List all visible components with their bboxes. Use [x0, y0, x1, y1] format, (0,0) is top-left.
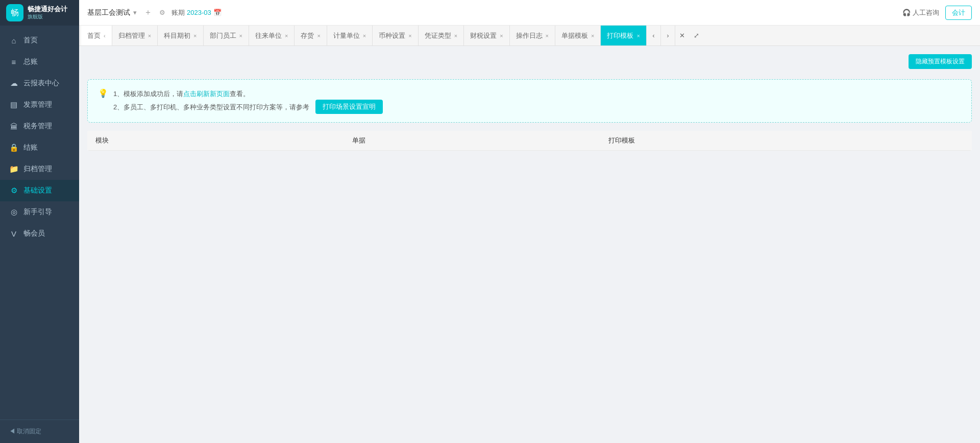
notice-line2: 2、多员工、多打印机、多种业务类型设置不同打印方案等，请参考 打印场景设置宣明 — [113, 100, 383, 114]
tab-print-template-close[interactable]: × — [636, 33, 640, 39]
archive-icon: 📁 — [9, 165, 18, 174]
sidebar-item-label: 结账 — [23, 143, 38, 152]
sidebar-item-invoice[interactable]: ▤ 发票管理 — [0, 94, 79, 115]
tab-subjects[interactable]: 科目期初 × — [158, 26, 203, 46]
tab-unit-close[interactable]: × — [363, 33, 366, 39]
notice-line1: 1、模板添加成功后，请点击刷新新页面查看。 — [113, 88, 383, 100]
sidebar-item-label: 总账 — [23, 57, 38, 66]
tab-currency[interactable]: 币种设置 × — [373, 26, 418, 46]
tab-department-close[interactable]: × — [239, 33, 242, 39]
tab-archive[interactable]: 归档管理 × — [112, 26, 158, 46]
sidebar-item-label: 发票管理 — [23, 100, 52, 109]
period-label: 账期 — [172, 8, 185, 17]
tax-icon: 🏛 — [9, 122, 18, 131]
tab-print-template[interactable]: 打印模板 × — [601, 26, 646, 46]
cloud-icon: ☁ — [9, 79, 18, 88]
col-form: 单据 — [344, 131, 601, 151]
tab-currency-close[interactable]: × — [408, 33, 411, 39]
content-area: 隐藏预置模板设置 💡 1、模板添加成功后，请点击刷新新页面查看。 2、多员工、多… — [79, 46, 980, 443]
tab-unit[interactable]: 计量单位 × — [327, 26, 373, 46]
sidebar-item-label: 云报表中心 — [23, 79, 59, 88]
guide-icon: ◎ — [9, 207, 18, 217]
tab-inventory-close[interactable]: × — [317, 33, 320, 39]
content-header: 隐藏预置模板设置 — [87, 54, 972, 74]
tab-department[interactable]: 部门员工 × — [204, 26, 249, 46]
tab-voucher-close[interactable]: × — [454, 33, 457, 39]
period-value: 2023-03 — [187, 9, 211, 16]
tab-single-form-close[interactable]: × — [591, 33, 594, 39]
tab-clients-close[interactable]: × — [285, 33, 288, 39]
member-icon: V — [9, 229, 18, 238]
sidebar-item-label: 畅会员 — [23, 229, 45, 238]
sidebar-item-tax[interactable]: 🏛 税务管理 — [0, 115, 79, 137]
tab-subjects-close[interactable]: × — [193, 33, 197, 39]
tab-close-all-button[interactable]: ✕ — [675, 26, 690, 46]
ledger-icon: ≡ — [9, 58, 18, 66]
tab-operation-log[interactable]: 操作日志 × — [510, 26, 555, 46]
calendar-icon[interactable]: 📅 — [213, 9, 222, 16]
sidebar-item-reports[interactable]: ☁ 云报表中心 — [0, 73, 79, 94]
main-area: 基层工会测试 ▾ ＋ ⚙ 账期 2023-03 📅 🎧 人工咨询 会计 首页 ‹… — [79, 0, 980, 443]
tab-tax-settings[interactable]: 财税设置 × — [464, 26, 509, 46]
tab-tax-settings-close[interactable]: × — [500, 33, 503, 39]
table-header: 模块 单据 打印模板 — [87, 131, 972, 151]
tab-home[interactable]: 首页 ‹ — [81, 26, 112, 46]
tab-bar: 首页 ‹ 归档管理 × 科目期初 × 部门员工 × 往来单位 × 存货 × 计量… — [79, 26, 980, 46]
tab-expand-button[interactable]: ⤢ — [690, 26, 704, 46]
sidebar-logo: 畅 畅捷通好会计 旗舰版 — [0, 0, 79, 26]
tab-single-form[interactable]: 单据模板 × — [555, 26, 601, 46]
tab-clients[interactable]: 往来单位 × — [249, 26, 295, 46]
header-right: 🎧 人工咨询 会计 — [902, 6, 972, 20]
sidebar-item-closing[interactable]: 🔒 结账 — [0, 137, 79, 158]
sidebar-item-settings[interactable]: ⚙ 基础设置 — [0, 180, 79, 201]
sidebar-item-label: 税务管理 — [23, 122, 52, 131]
tab-next-button[interactable]: › — [661, 26, 675, 46]
sidebar-item-member[interactable]: V 畅会员 — [0, 223, 79, 244]
company-dropdown-icon[interactable]: ▾ — [133, 9, 137, 16]
sidebar-item-archive[interactable]: 📁 归档管理 — [0, 158, 79, 180]
tab-home-back[interactable]: ‹ — [104, 33, 106, 39]
closing-icon: 🔒 — [9, 143, 18, 152]
sidebar-item-label: 新手引导 — [23, 207, 52, 217]
table-header-row: 模块 单据 打印模板 — [87, 131, 972, 151]
invoice-icon: ▤ — [9, 100, 18, 109]
settings-icon: ⚙ — [9, 186, 18, 195]
headset-icon: 🎧 — [902, 9, 911, 16]
tab-archive-close[interactable]: × — [148, 33, 151, 39]
col-module: 模块 — [87, 131, 344, 151]
sidebar-item-guide[interactable]: ◎ 新手引导 — [0, 201, 79, 223]
tab-prev-button[interactable]: ‹ — [647, 26, 661, 46]
tab-inventory[interactable]: 存货 × — [295, 26, 327, 46]
top-header: 基层工会测试 ▾ ＋ ⚙ 账期 2023-03 📅 🎧 人工咨询 会计 — [79, 0, 980, 26]
sidebar-item-home[interactable]: ⌂ 首页 — [0, 30, 79, 51]
refresh-link[interactable]: 点击刷新新页面 — [183, 90, 230, 98]
hide-preset-button[interactable]: 隐藏预置模板设置 — [909, 54, 972, 69]
add-tab-button[interactable]: ＋ — [144, 7, 152, 18]
app-subtitle: 旗舰版 — [28, 13, 67, 20]
app-logo-icon: 畅 — [6, 4, 23, 21]
sidebar-nav: ⌂ 首页 ≡ 总账 ☁ 云报表中心 ▤ 发票管理 🏛 税务管理 🔒 结账 📁 归… — [0, 26, 79, 419]
role-button[interactable]: 会计 — [945, 6, 972, 20]
bulb-icon: 💡 — [98, 88, 108, 98]
notice-box: 💡 1、模板添加成功后，请点击刷新新页面查看。 2、多员工、多打印机、多种业务类… — [87, 79, 972, 123]
print-template-table: 模块 单据 打印模板 — [87, 131, 972, 151]
home-icon: ⌂ — [9, 36, 18, 45]
settings-gear-icon[interactable]: ⚙ — [159, 9, 165, 16]
customer-service-button[interactable]: 🎧 人工咨询 — [902, 8, 939, 17]
unpin-button[interactable]: ◀ 取消固定 — [0, 419, 79, 443]
notice-row: 💡 1、模板添加成功后，请点击刷新新页面查看。 2、多员工、多打印机、多种业务类… — [98, 88, 961, 114]
sidebar: 畅 畅捷通好会计 旗舰版 ⌂ 首页 ≡ 总账 ☁ 云报表中心 ▤ 发票管理 🏛 … — [0, 0, 79, 443]
sidebar-item-label: 首页 — [23, 36, 38, 45]
tab-operation-log-close[interactable]: × — [546, 33, 549, 39]
app-title: 畅捷通好会计 — [28, 5, 67, 13]
sidebar-item-ledger[interactable]: ≡ 总账 — [0, 51, 79, 73]
col-print-template: 打印模板 — [600, 131, 972, 151]
sidebar-item-label: 归档管理 — [23, 165, 52, 174]
sidebar-item-label: 基础设置 — [23, 186, 52, 195]
tab-voucher[interactable]: 凭证类型 × — [419, 26, 464, 46]
company-name: 基层工会测试 — [87, 8, 130, 17]
print-scene-explain-button[interactable]: 打印场景设置宣明 — [315, 100, 383, 114]
